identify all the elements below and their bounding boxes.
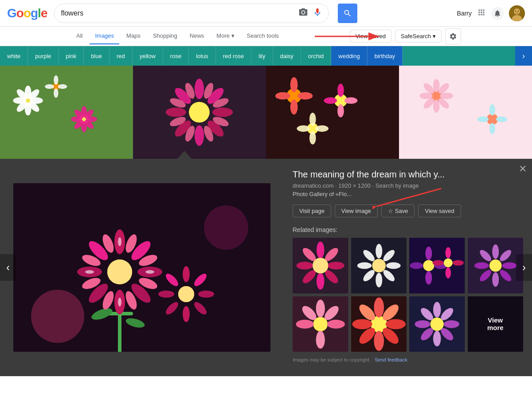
related-image-5[interactable] <box>293 296 348 352</box>
view-more-button[interactable]: Viewmore <box>468 296 524 352</box>
chip-red[interactable]: red <box>110 46 133 66</box>
view-saved-detail-button[interactable]: View saved <box>418 204 461 217</box>
svg-point-168 <box>316 330 325 348</box>
visit-page-button[interactable]: Visit page <box>293 204 331 217</box>
related-image-1[interactable] <box>293 238 348 294</box>
svg-point-57 <box>337 84 344 97</box>
svg-point-30 <box>58 84 67 89</box>
mic-icon[interactable] <box>313 8 322 19</box>
grid-image-2[interactable] <box>133 66 266 159</box>
svg-point-118 <box>31 290 84 343</box>
grid-image-4[interactable] <box>399 66 532 159</box>
notification-icon[interactable] <box>491 7 504 20</box>
detail-pointer <box>177 151 192 159</box>
chip-lotus[interactable]: lotus <box>189 46 215 66</box>
svg-point-145 <box>423 260 434 271</box>
grid-image-3[interactable] <box>266 66 399 159</box>
svg-point-111 <box>158 291 174 298</box>
svg-point-152 <box>446 267 451 279</box>
svg-point-79 <box>477 116 489 122</box>
chip-pink[interactable]: pink <box>59 46 84 66</box>
svg-rect-50 <box>266 66 399 159</box>
svg-point-186 <box>433 330 441 346</box>
chip-next-arrow[interactable]: › <box>515 46 532 66</box>
tab-more[interactable]: More ▾ <box>211 28 239 44</box>
image-grid-top <box>0 66 532 159</box>
svg-point-178 <box>385 319 405 329</box>
view-saved-button[interactable]: View Saved <box>350 30 391 43</box>
settings-icon[interactable] <box>445 28 461 44</box>
chip-purple[interactable]: purple <box>28 46 59 66</box>
svg-point-159 <box>474 262 489 269</box>
chip-red-rose[interactable]: red rose <box>216 46 252 66</box>
camera-icon[interactable] <box>298 8 308 19</box>
chip-lily[interactable]: lily <box>251 46 273 66</box>
grid-image-1[interactable] <box>0 66 133 159</box>
chip-white[interactable]: white <box>0 46 28 66</box>
svg-point-1 <box>514 8 520 15</box>
svg-point-29 <box>45 84 54 89</box>
svg-point-185 <box>433 302 441 317</box>
svg-point-135 <box>376 244 382 259</box>
related-image-7[interactable] <box>409 296 465 352</box>
svg-point-137 <box>357 262 372 269</box>
related-image-3[interactable] <box>409 238 465 294</box>
svg-point-4 <box>518 10 519 11</box>
chip-blue[interactable]: blue <box>84 46 110 66</box>
grid-icon[interactable] <box>477 8 486 19</box>
google-logo[interactable]: Google <box>7 6 47 20</box>
prev-image-button[interactable]: ‹ <box>0 254 16 281</box>
detail-info: ✕ The meaning of the dream in which y...… <box>284 159 532 376</box>
tab-images[interactable]: Images <box>90 28 119 44</box>
chip-wedding[interactable]: wedding <box>331 46 367 66</box>
safesearch-button[interactable]: SafeSearch ▾ <box>395 30 442 43</box>
svg-point-28 <box>54 88 59 98</box>
svg-point-117 <box>178 286 194 302</box>
search-button[interactable] <box>338 4 357 23</box>
related-image-2[interactable] <box>351 238 407 294</box>
svg-point-62 <box>309 113 316 126</box>
svg-point-126 <box>297 262 313 270</box>
next-image-button[interactable]: › <box>516 254 532 281</box>
save-button[interactable]: ☆ Save <box>381 204 415 217</box>
svg-point-154 <box>453 260 464 266</box>
svg-rect-66 <box>399 66 532 159</box>
svg-point-54 <box>275 92 290 100</box>
nav-tabs: All Images Maps Shopping News More ▾ Sea… <box>0 27 532 46</box>
svg-point-58 <box>337 104 344 117</box>
view-image-button[interactable]: View image <box>335 204 378 217</box>
tab-search-tools[interactable]: Search tools <box>242 28 284 44</box>
svg-point-33 <box>195 79 204 99</box>
tab-maps[interactable]: Maps <box>121 28 146 44</box>
svg-point-34 <box>195 125 204 145</box>
svg-point-70 <box>419 93 432 99</box>
close-button[interactable]: ✕ <box>519 164 527 174</box>
chip-daisy[interactable]: daisy <box>273 46 301 66</box>
related-image-6[interactable] <box>351 296 407 352</box>
send-feedback-link[interactable]: Send feedback <box>375 357 407 362</box>
detail-image <box>13 183 270 352</box>
svg-point-27 <box>54 75 59 85</box>
view-more-label[interactable]: Viewmore <box>468 296 524 352</box>
svg-point-52 <box>290 77 298 92</box>
chip-yellow[interactable]: yellow <box>133 46 163 66</box>
svg-line-121 <box>377 189 441 206</box>
svg-point-175 <box>374 297 384 317</box>
svg-point-138 <box>386 262 401 269</box>
avatar[interactable] <box>509 5 525 21</box>
detail-subtitle: Photo Gallery of «Flo... <box>293 191 523 197</box>
chip-orchid[interactable]: orchid <box>301 46 331 66</box>
search-box[interactable]: flowers <box>54 4 329 23</box>
search-input[interactable]: flowers <box>61 9 298 17</box>
chip-birthday[interactable]: birthday <box>368 46 403 66</box>
svg-point-78 <box>489 123 495 134</box>
detail-source: dreamatico.com · 1920 × 1200 · Search by… <box>293 182 523 189</box>
svg-point-127 <box>328 262 344 270</box>
svg-point-151 <box>446 247 451 258</box>
tab-news[interactable]: News <box>184 28 210 44</box>
tab-all[interactable]: All <box>71 28 88 44</box>
related-image-4[interactable] <box>468 238 524 294</box>
detail-buttons: Visit page View image ☆ Save View saved <box>293 204 523 217</box>
tab-shopping[interactable]: Shopping <box>148 28 183 44</box>
chip-rose[interactable]: rose <box>163 46 189 66</box>
